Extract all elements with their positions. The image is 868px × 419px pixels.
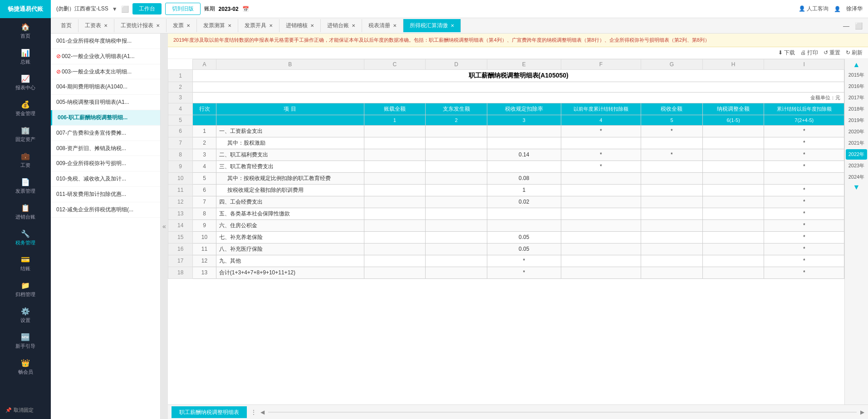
assets-icon: 🏢 xyxy=(21,126,30,135)
sidebar-item-settings[interactable]: ⚙️ 设置 xyxy=(0,302,51,328)
item-name: 三、职工教育经费支出 xyxy=(216,161,364,172)
scroll-up-button[interactable]: ▲ xyxy=(853,61,860,69)
download-button[interactable]: ⬇ 下载 xyxy=(778,49,795,57)
year-2020[interactable]: 2020年 xyxy=(848,127,865,137)
table-row: 17 12 九、其他 * * xyxy=(168,255,844,267)
item-name: 六、住房公积金 xyxy=(216,219,364,231)
funds-icon: 💰 xyxy=(21,100,30,109)
year-2024[interactable]: 2024年 xyxy=(848,172,865,182)
year-2017[interactable]: 2017年 xyxy=(848,93,865,103)
sidebar-item-payroll[interactable]: 💼 工资 xyxy=(0,147,51,173)
tabs-minimize[interactable]: — xyxy=(841,21,851,30)
col-header-c5: 税收全额 xyxy=(641,103,703,115)
dropdown-icon[interactable]: ▼ xyxy=(112,6,118,12)
copy-icon[interactable]: ⬜ xyxy=(121,5,129,13)
tab-payroll[interactable]: 工资表 ✕ xyxy=(78,19,114,32)
item-name: 九、其他 xyxy=(216,255,364,267)
row-num: 3 xyxy=(193,149,216,161)
list-item-012[interactable]: 012-减免企业所得税优惠明细(... xyxy=(51,202,160,218)
year-2022[interactable]: 2022年 xyxy=(846,149,867,160)
sidebar-item-reports[interactable]: 📈 报表中心 xyxy=(0,70,51,96)
tab-invoice-open[interactable]: 发票开具 ✕ xyxy=(238,19,280,32)
guide-icon: 🆕 xyxy=(21,333,30,341)
item-name: 七、补充养老保险 xyxy=(216,231,364,243)
sidebar-item-label: 归档管理 xyxy=(15,291,35,298)
year-2023[interactable]: 2023年 xyxy=(848,161,865,171)
table-row: 14 9 六、住房公积金 * xyxy=(168,219,844,231)
sidebar-item-ledger[interactable]: 📊 总账 xyxy=(0,44,51,70)
period-value: 2023-02 xyxy=(219,6,239,12)
scroll-down-button[interactable]: ▼ xyxy=(853,183,860,191)
sidebar-item-archive[interactable]: 📁 归档管理 xyxy=(0,277,51,302)
scroll-right-button[interactable]: ▶ xyxy=(860,409,864,415)
list-item-011[interactable]: 011-研发费用加计扣除优惠... xyxy=(51,187,160,202)
list-item-009[interactable]: 009-企业所得税弥补亏损明... xyxy=(51,156,160,171)
table-row: 9 4 三、职工教育经费支出 * * xyxy=(168,161,844,172)
table-row: 8 3 二、职工福利费支出 0.14 * * * xyxy=(168,149,844,161)
switch-old-button[interactable]: 切到旧版 xyxy=(165,3,201,15)
print-button[interactable]: 🖨 打印 xyxy=(800,49,818,57)
sidebar-item-closing[interactable]: 💳 结账 xyxy=(0,251,51,277)
year-scroll-panel: ▲ 2015年 2016年 2017年 2018年 2019年 2020年 20… xyxy=(844,59,868,405)
sidebar-item-label: 资金管理 xyxy=(15,110,35,117)
sidebar-item-home[interactable]: 🏠 首页 xyxy=(0,18,51,44)
year-2015[interactable]: 2015年 xyxy=(848,70,865,80)
collapse-panel-button[interactable]: « xyxy=(161,34,168,419)
list-item-005[interactable]: 005-纳税调整项目明细表(A1... xyxy=(51,95,160,110)
refresh-button[interactable]: ↻ 刷新 xyxy=(846,49,863,57)
left-panel: 001-企业所得税年度纳税申报... ⊘002-一般企业收入明细表(A1... … xyxy=(51,34,161,419)
tab-tax-list[interactable]: 税表清册 ✕ xyxy=(362,19,403,32)
user-avatar: 👤 xyxy=(834,6,841,12)
sidebar-item-label: 工资 xyxy=(20,162,30,169)
scroll-left-button[interactable]: ◀ xyxy=(260,409,265,415)
tab-payroll-stats[interactable]: 工资统计报表 ✕ xyxy=(114,19,167,32)
sidebar-item-funds[interactable]: 💰 资金管理 xyxy=(0,96,51,122)
company-name: (勿删）江西睿宝-LSS xyxy=(56,5,108,13)
year-2018[interactable]: 2018年 xyxy=(848,104,865,114)
unpin-button[interactable]: 📌 取消固定 xyxy=(4,405,47,415)
list-item-001[interactable]: 001-企业所得税年度纳税申报... xyxy=(51,34,160,49)
warning-text: 2019年度涉及取以前年度结转数据的申报表单元格需要手工操作正确，才能保证本年及… xyxy=(173,37,710,43)
sidebar-item-purchase-sales[interactable]: 📋 进销台账 xyxy=(0,199,51,225)
sidebar-item-guide[interactable]: 🆕 新手引导 xyxy=(0,328,51,354)
list-item-004[interactable]: 004-期间费用明细表(A1040... xyxy=(51,79,160,95)
more-options-icon[interactable]: ⋮ xyxy=(250,409,257,416)
sidebar-item-label: 总账 xyxy=(20,58,30,65)
service-button[interactable]: 👤 人工客询 xyxy=(799,5,829,13)
tab-home[interactable]: 首页 xyxy=(54,19,78,32)
item-name: 二、职工福利费支出 xyxy=(216,149,364,161)
tab-invoice[interactable]: 发票 ✕ xyxy=(167,19,197,32)
sidebar-item-invoice[interactable]: 📄 发票管理 xyxy=(0,173,51,199)
year-2019[interactable]: 2019年 xyxy=(848,115,865,126)
list-item-008[interactable]: 008-资产折旧、摊销及纳税... xyxy=(51,141,160,156)
calendar-icon[interactable]: 📅 xyxy=(242,6,249,12)
row-num: 2 xyxy=(193,137,216,149)
list-item-007[interactable]: 007-广告费和业务宣传费摊... xyxy=(51,126,160,141)
spreadsheet-table[interactable]: A B C D E F G H I xyxy=(168,59,844,405)
tab-invoice-calc[interactable]: 发票测算 ✕ xyxy=(197,19,238,32)
bottom-tab-main[interactable]: 职工薪酬纳税调整明细表 xyxy=(172,406,247,418)
sub-header-3: 3 xyxy=(487,115,561,125)
list-item-003[interactable]: ⊘003-一般企业成本支出明细... xyxy=(51,64,160,80)
tab-purchase-ledger[interactable]: 进销台账 ✕ xyxy=(321,19,362,32)
list-item-010[interactable]: 010-免税、减收收入及加计... xyxy=(51,171,160,187)
sidebar-item-tax[interactable]: 🔧 税务管理 xyxy=(0,225,51,251)
workspace-button[interactable]: 工作台 xyxy=(132,3,162,15)
tab-income-tax[interactable]: 所得税汇算清缴 ✕ xyxy=(403,19,461,32)
app-logo: 畅捷通易代账 xyxy=(0,0,51,18)
list-item-002[interactable]: ⊘002-一般企业收入明细表(A1... xyxy=(51,49,160,64)
reset-button[interactable]: ↺ 重置 xyxy=(824,49,840,57)
year-2016[interactable]: 2016年 xyxy=(848,81,865,92)
tab-purchase-check[interactable]: 进销稽核 ✕ xyxy=(280,19,321,32)
list-item-006[interactable]: 006-职工薪酬纳税调整明细... xyxy=(51,110,160,126)
scroll-bar[interactable] xyxy=(268,412,857,413)
row-num: 1 xyxy=(193,125,216,137)
table-row: 6 1 一、工资薪金支出 * * * xyxy=(168,125,844,137)
year-2021[interactable]: 2021年 xyxy=(848,138,865,148)
item-name: 八、补充医疗保险 xyxy=(216,243,364,255)
tabs-maximize[interactable]: ⬜ xyxy=(853,21,864,30)
sidebar-item-vip[interactable]: 👑 畅会员 xyxy=(0,354,51,380)
sidebar-item-assets[interactable]: 🏢 固定资产 xyxy=(0,122,51,147)
sidebar-item-label: 发票管理 xyxy=(15,188,35,195)
main-area: (勿删）江西睿宝-LSS ▼ ⬜ 工作台 切到旧版 账期 2023-02 📅 👤… xyxy=(51,0,868,419)
